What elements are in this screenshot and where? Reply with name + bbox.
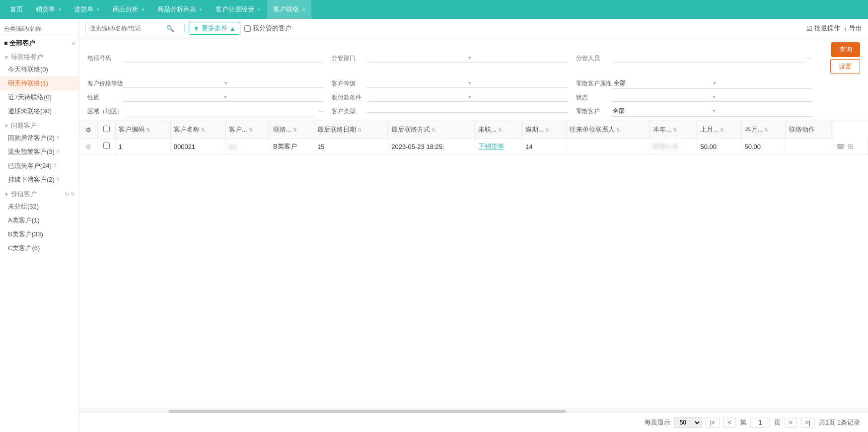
nav-product-analysis-list[interactable]: 商品分析列表 × [151, 0, 208, 19]
page-unit: 页 [774, 418, 781, 427]
filter-retail-attr: 零散客户属性 全部▾ [576, 78, 812, 89]
person-input[interactable] [611, 54, 805, 63]
row-no-contact: 14 [522, 139, 566, 155]
nav-home[interactable]: 首页 [4, 0, 29, 19]
nav-purchase-order[interactable]: 进货单 × [68, 0, 105, 19]
last-page-btn[interactable]: >| [801, 418, 815, 428]
my-customers-check[interactable] [244, 25, 251, 32]
nav-product-analysis[interactable]: 商品分析 × [107, 0, 150, 19]
sidebar-item-class-b[interactable]: B类客户(33) [0, 227, 79, 241]
sort-this-year-icon: ⇅ [673, 127, 677, 133]
page-size-label: 每页显示 [645, 418, 670, 427]
export-btn[interactable]: ↑ 导出 [844, 24, 863, 33]
sidebar-item-churned[interactable]: 已流失客户(24) ? [0, 159, 79, 173]
nature-select[interactable]: ▾ [122, 93, 324, 102]
person-label: 分管人员 [576, 54, 611, 63]
my-customers-checkbox[interactable]: 我分管的客户 [244, 24, 291, 33]
filter-customer-type: 客户类型 [332, 107, 568, 116]
sidebar-item-overdue-pending[interactable]: 逾期未联络(30) [0, 104, 79, 118]
sidebar-item-ungrouped[interactable]: 未分组(32) [0, 200, 79, 214]
search-box[interactable]: 🔍 [85, 23, 185, 34]
row-actions: ☎ ⊞ [833, 139, 868, 155]
col-contact-count-header: 联络...⇅ [270, 121, 314, 139]
row-name: Ea [225, 139, 270, 155]
sidebar-item-abnormal-repurchase[interactable]: 回购异常客户(2) ? [0, 131, 79, 145]
sort-last-method-icon: ⇅ [432, 127, 435, 133]
chevron-up-icon: ▲ [229, 25, 236, 32]
row-code: 000021 [170, 139, 225, 155]
sidebar-all-customers[interactable]: ■ 全部客户 « [0, 37, 79, 50]
region-input[interactable] [123, 107, 317, 116]
next-page-btn[interactable]: > [785, 418, 797, 428]
close-product-analysis-icon[interactable]: × [142, 6, 145, 12]
sidebar-item-today-pending[interactable]: 今天待联络(0) [0, 63, 79, 76]
main-search-icon[interactable]: 🔍 [166, 25, 174, 32]
status-select[interactable]: ▾ [611, 93, 812, 102]
close-product-analysis-list-icon[interactable]: × [199, 6, 202, 12]
more-conditions-btn[interactable]: ▼ 更多条件 ▲ [189, 22, 240, 35]
sidebar-item-churn-warning[interactable]: 流失预警客户(3) ? [0, 145, 79, 159]
adv-filter-row-2: 客户价格等级 ▾ 客户等级 ▾ 零散客户属性 全部▾ [87, 78, 860, 89]
row-checkbox-cell[interactable] [97, 139, 115, 155]
col-contact-person-header: 往来单位联系人⇅ [567, 121, 650, 139]
filter-dept: 分管部门 ▾ [332, 54, 568, 63]
close-purchase-order-icon[interactable]: × [96, 6, 99, 12]
scrollbar-thumb[interactable] [169, 410, 566, 413]
main-search-input[interactable] [90, 25, 164, 32]
close-customer-contact-icon[interactable]: × [302, 6, 305, 12]
phone-input[interactable] [122, 54, 324, 63]
dept-select[interactable]: ▾ [366, 54, 568, 63]
action-grid-icon[interactable]: ⊞ [848, 143, 854, 150]
col-last-month-header: 上月...⇅ [697, 121, 741, 139]
sidebar-search-input[interactable] [4, 25, 78, 32]
table-row: ⚙ 1 000021 Ea B类客户 15 2023-05-23 18:25: … [79, 139, 868, 155]
nav-sales-order[interactable]: 销货单 × [30, 0, 67, 19]
sidebar-item-tomorrow-pending[interactable]: 明天待联络(1) [0, 76, 79, 90]
horizontal-scrollbar[interactable] [79, 409, 868, 413]
sort-this-month-icon: ⇅ [764, 127, 768, 133]
row-contact-person: 联系人名 [650, 139, 697, 155]
region-dots[interactable]: ··· [319, 108, 324, 115]
page-input[interactable] [750, 418, 770, 428]
action-phone-icon[interactable]: ☎ [836, 143, 845, 150]
row-last-month: 50.00 [741, 139, 786, 155]
nav-customer-contact[interactable]: 客户联络 × [267, 0, 311, 19]
col-action-header: 联络动作 [786, 121, 833, 139]
filter-region: 区域（地区） ··· [87, 107, 324, 116]
adv-filter-row-1: 电话号码 分管部门 ▾ 分管人员 ··· 查询 设置 [87, 42, 860, 74]
retail-attr-select[interactable]: 全部▾ [612, 78, 812, 89]
batch-op-btn[interactable]: ☑ 批量操作 [806, 24, 840, 33]
price-level-select[interactable]: ▾ [123, 79, 324, 88]
col-last-method-header: 最后联络方式⇅ [388, 121, 475, 139]
payment-select[interactable]: ▾ [366, 93, 568, 102]
sidebar-item-7days-pending[interactable]: 近7天待联络(0) [0, 90, 79, 104]
filter-right-actions: ☑ 批量操作 ↑ 导出 [806, 24, 863, 33]
first-page-btn[interactable]: |< [706, 418, 720, 428]
sidebar-item-class-c[interactable]: C类客户(6) [0, 241, 79, 255]
row-checkbox[interactable] [103, 143, 110, 149]
close-customer-segment-icon[interactable]: × [257, 6, 260, 12]
sidebar-item-class-a[interactable]: A类客户(1) [0, 214, 79, 227]
filter-phone: 电话号码 [87, 54, 324, 63]
filter-price-level: 客户价格等级 ▾ [87, 79, 324, 88]
row-gear-icon[interactable]: ⚙ [79, 139, 97, 155]
set-btn[interactable]: 设置 [830, 59, 860, 74]
nav-customer-segment[interactable]: 客户分层经营 × [210, 0, 266, 19]
retail-customer-select[interactable]: 全部▾ [611, 106, 812, 117]
customer-type-label: 客户类型 [332, 107, 366, 116]
row-last-date: 2023-05-23 18:25: [388, 139, 475, 155]
page-size-select[interactable]: 50 20 100 200 [674, 417, 702, 428]
customer-level-select[interactable]: ▾ [366, 79, 568, 88]
select-all-checkbox[interactable] [103, 126, 110, 132]
top-nav: 首页 销货单 × 进货单 × 商品分析 × 商品分析列表 × 客户分层经营 × … [0, 0, 868, 19]
checkbox-icon: ☑ [806, 25, 812, 32]
query-btn[interactable]: 查询 [831, 42, 860, 57]
row-type: B类客户 [270, 139, 314, 155]
sidebar-item-declining[interactable]: 持续下滑客户(2) ? [0, 173, 79, 187]
prev-page-btn[interactable]: < [723, 418, 736, 428]
customer-type-select[interactable] [366, 110, 568, 113]
person-dots[interactable]: ··· [807, 55, 812, 62]
page-label: 第 [740, 418, 746, 427]
customer-table: ⚙ 客户编码⇅ 客户名称⇅ 客户...⇅ 联络...⇅ 最后联络日期⇅ 最后联络… [79, 121, 868, 155]
close-sales-order-icon[interactable]: × [58, 6, 61, 12]
